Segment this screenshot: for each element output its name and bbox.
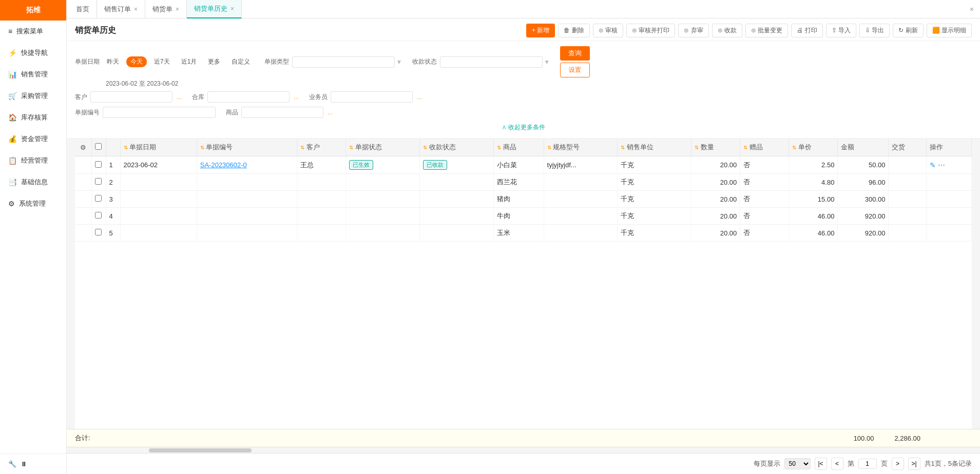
- sidebar-bottom: 🔧 ⏸: [0, 453, 66, 474]
- query-button[interactable]: 查询: [560, 46, 590, 61]
- edit-action-btn[interactable]: ✎: [930, 161, 936, 169]
- sidebar-item-quick-nav[interactable]: ⚡ 快捷导航: [0, 42, 66, 64]
- sidebar-item-search-menu[interactable]: ≡ 搜索菜单: [0, 21, 66, 42]
- sidebar-item-operation-mgmt[interactable]: 📋 经营管理: [0, 150, 66, 171]
- goods-label: 商品: [226, 108, 238, 117]
- goods-input[interactable]: [241, 107, 323, 118]
- col-doc-number[interactable]: ⇅ 单据编号: [197, 139, 297, 156]
- payment-status-dropdown-icon[interactable]: ▼: [544, 58, 550, 66]
- sort-customer-icon: ⇅: [300, 145, 304, 150]
- toggle-bottom-icon[interactable]: ⏸: [21, 460, 27, 468]
- page-last-btn[interactable]: >|: [908, 458, 920, 470]
- date-pill-1month[interactable]: 近1月: [177, 56, 201, 67]
- discard-button[interactable]: ⊙ 弃审: [678, 24, 708, 37]
- refresh-button[interactable]: ↻ 刷新: [893, 24, 923, 37]
- cell-checkbox[interactable]: [91, 191, 106, 208]
- sidebar-item-label-system-mgmt: 系统管理: [19, 199, 46, 208]
- cell-unit: 千克: [618, 156, 691, 174]
- settings-bottom-icon[interactable]: 🔧: [8, 460, 16, 468]
- export-button[interactable]: ⇩ 导出: [859, 24, 890, 37]
- sort-spec-icon: ⇅: [547, 145, 551, 150]
- sidebar-item-fund-mgmt[interactable]: 💰 资金管理: [0, 128, 66, 150]
- warehouse-input[interactable]: [207, 91, 290, 103]
- page-number-input[interactable]: [858, 459, 877, 469]
- tab-sales-order[interactable]: 销售订单 ×: [97, 0, 145, 18]
- col-customer[interactable]: ⇅ 客户: [297, 139, 346, 156]
- goods-ellipsis-btn[interactable]: ...: [328, 109, 333, 116]
- date-pill-more[interactable]: 更多: [204, 56, 224, 67]
- salesperson-input[interactable]: [331, 91, 413, 103]
- new-button[interactable]: + 新增: [526, 24, 555, 37]
- col-unit[interactable]: ⇅ 销售单位: [618, 139, 691, 156]
- cell-action: [926, 208, 971, 225]
- sidebar-item-label-quick-nav: 快捷导航: [21, 48, 48, 57]
- cell-checkbox[interactable]: [91, 174, 106, 191]
- sort-doc-number-icon: ⇅: [200, 145, 204, 150]
- page-prev-btn[interactable]: <: [831, 458, 843, 470]
- cell-spec: tyjyjtyjdf...: [544, 156, 618, 174]
- cell-goods: 牛肉: [493, 208, 544, 225]
- page-first-btn[interactable]: |<: [815, 458, 827, 470]
- cell-checkbox[interactable]: [91, 225, 106, 242]
- delete-button[interactable]: 🗑 删除: [558, 24, 589, 37]
- col-doc-status[interactable]: ⇅ 单据状态: [346, 139, 420, 156]
- sidebar-item-inventory-calc[interactable]: 🏠 库存核算: [0, 107, 66, 128]
- sidebar-item-basic-info[interactable]: 📑 基础信息: [0, 171, 66, 193]
- cell-doc-number[interactable]: SA-20230602-0: [197, 156, 297, 174]
- sidebar-item-system-mgmt[interactable]: ⚙ 系统管理: [0, 193, 66, 214]
- more-action-btn[interactable]: ⋯: [938, 161, 945, 169]
- total-label: 合计:: [75, 433, 90, 443]
- cell-rownum: 1: [106, 156, 120, 174]
- tab-delivery-history-close[interactable]: ×: [230, 5, 234, 12]
- col-gear[interactable]: ⚙: [75, 139, 91, 156]
- tab-delivery-close[interactable]: ×: [176, 6, 179, 13]
- col-quantity[interactable]: ⇅ 数量: [691, 139, 740, 156]
- main-area: 首页 销售订单 × 销货单 × 销货单历史 × × 销货单历史 + 新增 🗑 删…: [67, 0, 980, 474]
- select-all-checkbox[interactable]: [95, 143, 102, 150]
- tab-delivery-history[interactable]: 销货单历史 ×: [187, 0, 242, 18]
- col-gift[interactable]: ⇅ 赠品: [740, 139, 789, 156]
- tab-home[interactable]: 首页: [69, 0, 97, 18]
- scroll-thumb[interactable]: [149, 448, 252, 452]
- tab-delivery[interactable]: 销货单 ×: [145, 0, 187, 18]
- sidebar-item-sales-mgmt[interactable]: 📊 销售管理: [0, 64, 66, 85]
- audit-button[interactable]: ⊙ 审核: [593, 24, 623, 37]
- tab-sales-order-close[interactable]: ×: [134, 6, 138, 13]
- batch-change-button[interactable]: ⊙ 批量变更: [745, 24, 788, 37]
- payment-status-input[interactable]: [440, 56, 543, 68]
- col-unit-price[interactable]: ⇅ 单价: [789, 139, 838, 156]
- window-close-btn[interactable]: ×: [964, 5, 980, 13]
- date-pill-today[interactable]: 今天: [126, 56, 147, 67]
- collect-button[interactable]: ⊙ 收款: [712, 24, 742, 37]
- cell-checkbox[interactable]: [91, 156, 106, 174]
- date-pill-yesterday[interactable]: 昨天: [103, 56, 123, 67]
- salesperson-ellipsis-btn[interactable]: ...: [417, 93, 422, 101]
- cell-gift: 否: [740, 191, 789, 208]
- col-goods[interactable]: ⇅ 商品: [493, 139, 544, 156]
- doc-type-dropdown-icon[interactable]: ▼: [396, 58, 402, 66]
- customer-ellipsis-btn[interactable]: ...: [177, 93, 182, 101]
- filter-collapse-btn[interactable]: ∧ 收起更多条件: [75, 122, 972, 133]
- date-pill-custom[interactable]: 自定义: [227, 56, 254, 67]
- doc-type-input[interactable]: [292, 56, 395, 68]
- warehouse-ellipsis-btn[interactable]: ...: [294, 93, 299, 101]
- import-button[interactable]: ⇧ 导入: [826, 24, 856, 37]
- settings-button[interactable]: 设置: [560, 63, 590, 77]
- col-spec[interactable]: ⇅ 规格型号: [544, 139, 618, 156]
- horizontal-scrollbar[interactable]: [67, 447, 980, 453]
- col-payment-status[interactable]: ⇅ 收款状态: [420, 139, 494, 156]
- per-page-select[interactable]: 50 100 200: [784, 458, 811, 469]
- display-detail-button[interactable]: 🟧 显示明细: [927, 24, 972, 37]
- table-header-row: ⚙ ⇅ 单据日期 ⇅ 单据编号 ⇅ 客户 ⇅ 单据状态 ⇅ 收款状态 ⇅ 商品 …: [75, 139, 972, 156]
- print-button[interactable]: 🖨 打印: [791, 24, 822, 37]
- page-next-btn[interactable]: >: [892, 458, 904, 470]
- col-doc-date[interactable]: ⇅ 单据日期: [120, 139, 197, 156]
- cell-payment-status: [420, 191, 494, 208]
- customer-input[interactable]: [90, 91, 172, 103]
- sidebar-item-purchase-mgmt[interactable]: 🛒 采购管理: [0, 85, 66, 107]
- cell-checkbox[interactable]: [91, 208, 106, 225]
- doc-number-input[interactable]: [103, 107, 216, 118]
- date-pill-7days[interactable]: 近7天: [150, 56, 174, 67]
- audit-print-button[interactable]: ⊙ 审核并打印: [626, 24, 675, 37]
- filter-row-1: 单据日期 昨天 今天 近7天 近1月 更多 自定义 单据类型 ▼: [75, 46, 972, 77]
